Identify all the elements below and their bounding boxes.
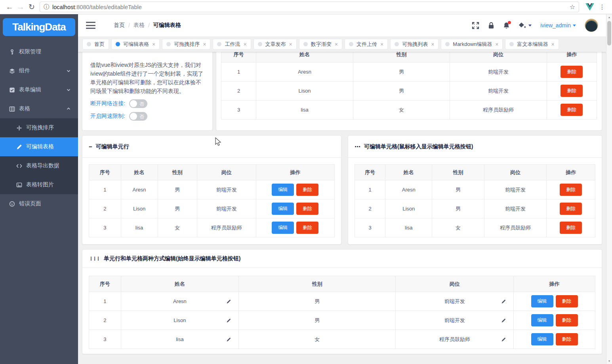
delete-button[interactable]: 删除: [296, 184, 318, 196]
hamburger-menu-icon[interactable]: [86, 22, 95, 29]
network-disconnect-switch[interactable]: 否: [129, 99, 147, 108]
delete-button[interactable]: 删除: [556, 314, 578, 326]
fullscreen-icon[interactable]: [472, 22, 479, 29]
theme-paint-icon[interactable]: [519, 22, 532, 29]
job-cell: 前端开发: [396, 292, 514, 311]
close-icon[interactable]: ×: [203, 42, 206, 47]
tab-item-6[interactable]: 文件上传×: [345, 39, 388, 49]
delete-button[interactable]: 删除: [556, 295, 578, 307]
tab-item-1[interactable]: 可编辑表格×: [111, 39, 160, 49]
key-icon: [9, 49, 15, 55]
delete-button[interactable]: 删除: [560, 203, 582, 215]
sidebar-item-error-pages[interactable]: 错误页面: [0, 194, 78, 213]
image-icon: [16, 182, 22, 188]
vue-devtools-icon[interactable]: [585, 3, 594, 11]
edit-button[interactable]: 编辑: [272, 222, 294, 234]
speed-limit-switch[interactable]: 否: [129, 112, 147, 121]
edit-button[interactable]: 编辑: [272, 184, 294, 196]
delete-button[interactable]: 删除: [556, 333, 578, 345]
card-title-bar: ⋯ 可编辑单元格(鼠标移入显示编辑单元格按钮): [348, 136, 602, 158]
browser-menu-icon[interactable]: ⋮: [599, 3, 606, 11]
close-icon[interactable]: ×: [289, 42, 292, 47]
sidebar-item-editable-table[interactable]: 可编辑表格: [0, 137, 78, 156]
avatar[interactable]: [585, 19, 598, 32]
sidebar-item-components[interactable]: 组件: [0, 61, 78, 80]
close-icon[interactable]: ×: [380, 42, 383, 47]
editable-cell-table: 序号姓名性别岗位操作1Aresn男前端开发删除2Lison男前端开发删除3lis…: [355, 164, 595, 237]
sidebar-item-draggable-sort[interactable]: 可拖拽排序: [0, 118, 78, 137]
cell-value: 3: [368, 225, 371, 231]
cell-value: Lison: [402, 206, 415, 212]
page-info-icon[interactable]: ⓘ: [44, 4, 49, 11]
name-cell: lisa: [121, 218, 158, 237]
close-icon[interactable]: ×: [495, 42, 498, 47]
browser-back-icon[interactable]: ←: [4, 3, 15, 11]
edit-button[interactable]: 编辑: [531, 295, 553, 307]
tab-item-3[interactable]: 工作流×: [213, 39, 251, 49]
cell-value: 前端开发: [505, 187, 526, 193]
scrollbar-thumb[interactable]: [607, 21, 611, 46]
notification-bell-icon[interactable]: [503, 22, 510, 29]
edit-cell-pencil-icon[interactable]: [226, 299, 231, 304]
sidebar-item-form-edit[interactable]: 表单编辑: [0, 80, 78, 99]
delete-button[interactable]: 删除: [561, 104, 583, 116]
scrollbar-up-arrow[interactable]: ▲: [606, 14, 612, 20]
delete-button[interactable]: 删除: [296, 222, 318, 234]
app-frame: TalkingData 权限管理 组件 表单编辑 表格 可拖拽排序: [0, 14, 606, 364]
close-icon[interactable]: ×: [243, 42, 246, 47]
tab-status-dot: [509, 42, 514, 46]
tab-status-dot: [349, 42, 353, 46]
edit-button[interactable]: 编辑: [272, 203, 294, 215]
close-icon[interactable]: ×: [551, 42, 554, 47]
tab-item-8[interactable]: Markdown编辑器×: [441, 39, 503, 49]
header-row: 序号姓名性别岗位操作: [221, 52, 597, 63]
edit-button[interactable]: 编辑: [531, 314, 553, 326]
tab-item-9[interactable]: 富文本编辑器×: [505, 39, 559, 49]
column-header: 操作: [256, 165, 334, 180]
delete-button[interactable]: 删除: [560, 222, 582, 234]
edit-cell-pencil-icon[interactable]: [226, 318, 231, 323]
toggle-label: 开启网速限制:: [90, 113, 125, 120]
cell-value: 1: [368, 187, 371, 193]
edit-cell-pencil-icon[interactable]: [226, 337, 231, 342]
tab-item-0[interactable]: 首页: [82, 39, 109, 49]
edit-cell-pencil-icon[interactable]: [501, 299, 506, 304]
delete-button[interactable]: 删除: [560, 184, 582, 196]
user-menu[interactable]: iview_admin: [540, 22, 576, 28]
tab-item-7[interactable]: 可拖拽列表×: [390, 39, 439, 49]
delete-button[interactable]: 删除: [296, 203, 318, 215]
gender-cell: 女: [432, 218, 484, 237]
sidebar-item-tables[interactable]: 表格: [0, 99, 78, 118]
bookmark-star-icon[interactable]: ☆: [570, 3, 575, 11]
row-index-cell: 3: [221, 100, 256, 119]
tab-status-dot: [395, 42, 399, 46]
cell-value: Aresn: [402, 187, 416, 193]
browser-forward-icon[interactable]: →: [15, 3, 26, 11]
edit-cell-pencil-icon[interactable]: [501, 318, 506, 323]
lock-icon[interactable]: [488, 22, 494, 29]
edit-cell-pencil-icon[interactable]: [501, 337, 506, 342]
close-icon[interactable]: ×: [152, 42, 155, 47]
sidebar-item-table-to-image[interactable]: 表格转图片: [0, 175, 78, 194]
sidebar-item-permissions[interactable]: 权限管理: [0, 42, 78, 61]
close-icon[interactable]: ×: [335, 42, 338, 47]
edit-button[interactable]: 编辑: [531, 333, 553, 345]
tab-item-5[interactable]: 数字渐变×: [299, 39, 342, 49]
table-row: 1Aresn男前端开发删除: [221, 63, 597, 82]
sidebar-item-table-export[interactable]: 表格导出数据: [0, 156, 78, 175]
delete-button[interactable]: 删除: [561, 85, 583, 97]
header-row: 序号姓名性别岗位操作: [89, 276, 595, 292]
browser-refresh-icon[interactable]: ↻: [26, 3, 37, 11]
close-icon[interactable]: ×: [431, 42, 434, 47]
breadcrumb-home[interactable]: 首页: [114, 22, 125, 29]
tab-item-4[interactable]: 文章发布×: [254, 39, 297, 49]
tab-item-2[interactable]: 可拖拽排序×: [162, 39, 210, 49]
page-scrollbar[interactable]: ▲ ▼: [606, 14, 612, 364]
top-header: 首页 / 表格 / 可编辑表格: [78, 14, 606, 36]
breadcrumb-tables[interactable]: 表格: [133, 22, 145, 29]
delete-button[interactable]: 删除: [561, 66, 583, 78]
scrollbar-down-arrow[interactable]: ▼: [606, 358, 612, 364]
cell-value: 2: [103, 317, 106, 323]
column-header: 性别: [158, 165, 197, 180]
address-bar[interactable]: ⓘ localhost:8080/tables/editableTable ☆: [40, 2, 579, 12]
